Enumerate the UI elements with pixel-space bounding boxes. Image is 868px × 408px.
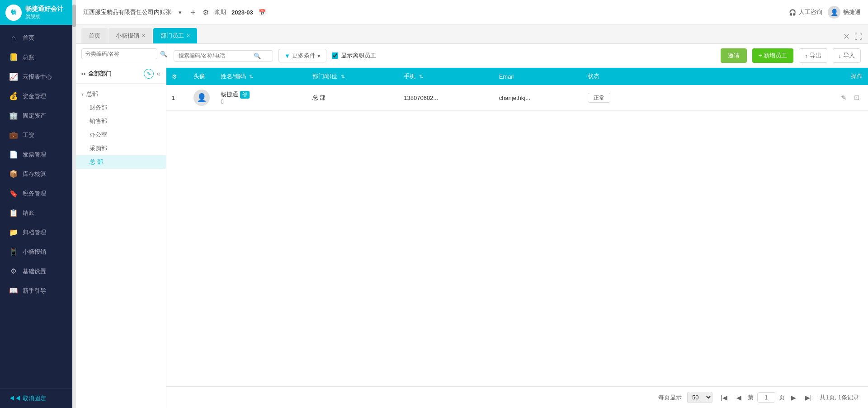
tax-icon: 🔖 (9, 189, 18, 198)
dept-child-finance[interactable]: 财务部 (76, 101, 166, 114)
sidebar-item-archive[interactable]: 📁 归档管理 (0, 223, 72, 242)
dept-parent-name: 总部 (86, 90, 98, 98)
tabs-bar: 首页 小畅报销 × 部门员工 × ✕ ⛶ (76, 25, 868, 44)
assets-icon: 🏢 (9, 111, 18, 120)
sidebar-item-label: 库存核算 (23, 170, 46, 178)
arrow-down-icon: ▾ (81, 92, 84, 97)
export-icon: ↑ (805, 52, 808, 59)
archive-icon: 📁 (9, 228, 18, 237)
th-name[interactable]: 姓名/编码 ⇅ (215, 68, 307, 85)
settings-gear-icon[interactable]: ⚙ (203, 8, 209, 17)
sidebar-item-ledger[interactable]: 📒 总账 (0, 47, 72, 67)
sidebar-item-label: 总账 (23, 53, 34, 62)
user-menu[interactable]: 👤 畅捷通 (828, 6, 861, 19)
delete-employee-button[interactable]: ⊡ (851, 93, 863, 103)
tab-home-label: 首页 (89, 32, 100, 40)
grid-icon: ▪▪ (81, 71, 85, 77)
filter-chevron-icon: ▾ (317, 52, 321, 59)
page-number-input[interactable] (757, 392, 775, 403)
add-account-button[interactable]: ＋ (189, 7, 197, 18)
sidebar-unpin-button[interactable]: ◀◀ 取消固定 (0, 389, 72, 408)
sidebar-scrollbar[interactable] (72, 0, 76, 408)
filter-button[interactable]: ▼ 更多条件 ▾ (278, 49, 326, 62)
row-email: chanjethkj... (494, 85, 583, 111)
dept-edit-button[interactable]: ✎ (144, 69, 154, 79)
th-phone[interactable]: 手机 ⇅ (398, 68, 493, 85)
name-block: 畅捷通 部 0 (221, 90, 250, 105)
first-page-button[interactable]: |◀ (718, 393, 730, 402)
dept-parent-general[interactable]: ▾ 总部 (76, 87, 166, 101)
edit-employee-button[interactable]: ✎ (838, 93, 849, 103)
dept-child-general[interactable]: 总 部 (76, 155, 166, 169)
sidebar-item-assets[interactable]: 🏢 固定资产 (0, 106, 72, 125)
page-no-label: 第 (748, 394, 754, 402)
sidebar-item-home[interactable]: ⌂ 首页 (0, 28, 72, 47)
salary-icon: 💼 (9, 131, 18, 139)
sidebar-item-finance[interactable]: 💰 资金管理 (0, 86, 72, 106)
sidebar-item-tax[interactable]: 🔖 税务管理 (0, 184, 72, 203)
th-email: Email (494, 68, 583, 85)
sidebar-item-label: 工资 (23, 131, 34, 139)
dept-panel: 🔍 ▪▪ 全部部门 ✎ « ▾ 总部 财务部 销售部 办公室 采购部 (76, 44, 166, 408)
guide-icon: 📖 (9, 286, 18, 295)
sidebar-item-inventory[interactable]: 📦 库存核算 (0, 164, 72, 184)
last-page-button[interactable]: ▶| (802, 393, 815, 402)
sidebar-item-settings[interactable]: ⚙ 基础设置 (0, 261, 72, 281)
show-resigned-checkbox-label[interactable]: 显示离职员工 (332, 52, 376, 60)
th-settings[interactable]: ⚙ (166, 68, 188, 85)
sidebar-item-expense[interactable]: 📱 小畅报销 (0, 242, 72, 261)
row-index: 1 (166, 85, 188, 111)
app-edition: 旗舰版 (25, 13, 63, 20)
dept-search: 🔍 (76, 44, 166, 64)
sidebar-item-label: 资金管理 (23, 92, 46, 100)
employee-search-input[interactable] (179, 52, 251, 59)
sidebar-item-label: 归档管理 (23, 228, 46, 237)
row-actions: ✎ ⊡ (773, 85, 868, 111)
dept-search-input[interactable] (81, 48, 157, 59)
dept-child-purchase[interactable]: 采购部 (76, 142, 166, 155)
page-size-label: 每页显示 (658, 394, 682, 402)
filter-label: 更多条件 (292, 52, 316, 60)
sidebar-item-reports[interactable]: 📈 云报表中心 (0, 67, 72, 86)
sidebar-item-label: 首页 (23, 34, 34, 42)
sidebar-item-guide[interactable]: 📖 新手引导 (0, 281, 72, 300)
dept-child-office[interactable]: 办公室 (76, 128, 166, 142)
calendar-icon[interactable]: 📅 (259, 9, 266, 16)
name-code-container: 畅捷通 部 0 (221, 90, 302, 105)
tab-expense[interactable]: 小畅报销 × (108, 28, 152, 43)
sidebar-item-label: 云报表中心 (23, 73, 52, 81)
import-button[interactable]: ↓ 导入 (833, 48, 861, 63)
add-employee-button[interactable]: + 新增员工 (752, 48, 793, 63)
dept-collapse-button[interactable]: « (156, 70, 160, 78)
import-icon: ↓ (839, 52, 842, 59)
sidebar-item-invoice[interactable]: 📄 发票管理 (0, 145, 72, 164)
sidebar-item-salary[interactable]: 💼 工资 (0, 125, 72, 145)
period-value: 2023-03 (231, 9, 253, 16)
company-dropdown-icon[interactable]: ▾ (179, 9, 182, 16)
tab-dept[interactable]: 部门员工 × (153, 28, 197, 43)
close-window-button[interactable]: ✕ (843, 32, 850, 42)
sidebar: 畅 畅捷通好会计 旗舰版 ⌂ 首页 📒 总账 📈 云报表中心 💰 资金管理 🏢 … (0, 0, 72, 408)
show-resigned-checkbox[interactable] (332, 52, 338, 59)
page-size-select[interactable]: 50 10 20 100 (687, 392, 712, 403)
reports-icon: 📈 (9, 72, 18, 81)
next-page-button[interactable]: ▶ (788, 393, 799, 402)
sidebar-item-label: 发票管理 (23, 151, 46, 159)
tab-expense-close[interactable]: × (142, 33, 145, 39)
dept-child-sales[interactable]: 销售部 (76, 114, 166, 128)
maximize-window-button[interactable]: ⛶ (854, 32, 863, 42)
export-button[interactable]: ↑ 导出 (799, 48, 827, 63)
ledger-icon: 📒 (9, 53, 18, 62)
sidebar-item-close[interactable]: 📋 结账 (0, 203, 72, 223)
tab-dept-close[interactable]: × (187, 33, 190, 39)
tab-home[interactable]: 首页 (81, 28, 108, 43)
sidebar-item-label: 基础设置 (23, 267, 46, 275)
service-button[interactable]: 🎧 人工咨询 (789, 8, 822, 16)
status-badge: 正常 (588, 93, 610, 103)
th-dept[interactable]: 部门/职位 ⇅ (307, 68, 399, 85)
employee-search-icon[interactable]: 🔍 (254, 52, 261, 59)
prev-page-button[interactable]: ◀ (734, 393, 744, 402)
invite-button[interactable]: 邀请 (721, 48, 747, 63)
headset-icon: 🎧 (789, 9, 796, 16)
dept-badge: 部 (240, 91, 250, 99)
